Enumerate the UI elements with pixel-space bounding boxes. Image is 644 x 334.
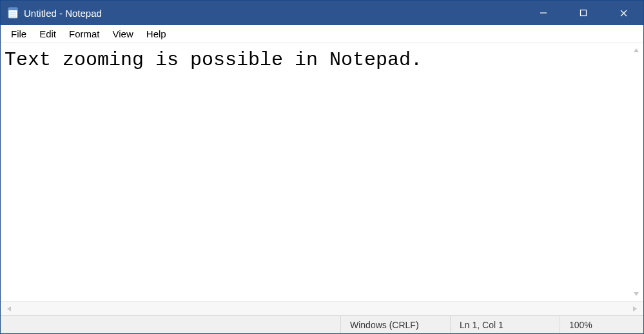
svg-marker-11 bbox=[7, 306, 11, 311]
notepad-icon bbox=[7, 7, 19, 19]
titlebar[interactable]: Untitled - Notepad bbox=[1, 1, 643, 25]
status-encoding: Windows (CRLF) bbox=[340, 316, 450, 333]
svg-marker-12 bbox=[633, 306, 637, 311]
window-title: Untitled - Notepad bbox=[24, 8, 102, 19]
editor-text[interactable]: Text zooming is possible in Notepad. bbox=[5, 48, 627, 73]
svg-rect-1 bbox=[8, 8, 17, 10]
close-icon bbox=[620, 9, 628, 17]
svg-marker-10 bbox=[634, 292, 639, 296]
status-zoom: 100% bbox=[560, 316, 643, 333]
editor-area[interactable]: Text zooming is possible in Notepad. bbox=[1, 43, 643, 301]
statusbar: Windows (CRLF) Ln 1, Col 1 100% bbox=[1, 315, 643, 333]
svg-rect-6 bbox=[581, 10, 587, 16]
notepad-window: Untitled - Notepad File Edit Format View… bbox=[0, 0, 644, 334]
maximize-button[interactable] bbox=[563, 1, 603, 25]
menu-format[interactable]: Format bbox=[63, 27, 106, 41]
scroll-right-icon[interactable] bbox=[629, 303, 641, 315]
menu-view[interactable]: View bbox=[106, 27, 140, 41]
scroll-up-icon[interactable] bbox=[630, 44, 642, 56]
scroll-left-icon[interactable] bbox=[3, 303, 15, 315]
menu-file[interactable]: File bbox=[5, 27, 33, 41]
status-position: Ln 1, Col 1 bbox=[450, 316, 560, 333]
vertical-scrollbar[interactable] bbox=[630, 44, 642, 300]
scroll-down-icon[interactable] bbox=[630, 288, 642, 300]
menu-edit[interactable]: Edit bbox=[33, 27, 63, 41]
menu-help[interactable]: Help bbox=[140, 27, 173, 41]
horizontal-scrollbar[interactable] bbox=[1, 301, 643, 315]
menubar: File Edit Format View Help bbox=[1, 25, 643, 43]
maximize-icon bbox=[580, 9, 587, 17]
minimize-icon bbox=[540, 9, 547, 17]
svg-marker-9 bbox=[634, 48, 639, 52]
minimize-button[interactable] bbox=[523, 1, 563, 25]
close-button[interactable] bbox=[603, 1, 643, 25]
